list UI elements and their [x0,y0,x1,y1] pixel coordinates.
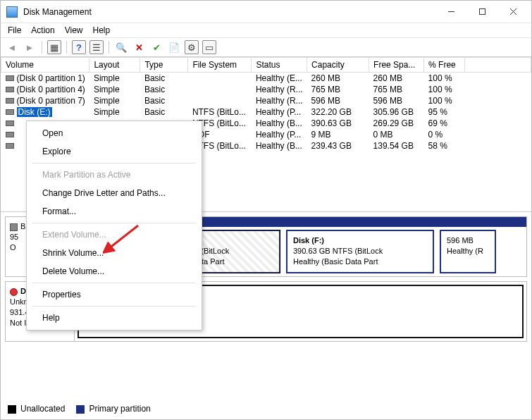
separator [32,306,196,307]
separator [32,283,196,283]
volume-icon [6,143,14,149]
volume-icon [6,75,14,81]
ctx-help[interactable]: Help [27,309,202,327]
help-button[interactable]: ? [72,40,86,54]
settings-button[interactable]: ⚙ [185,40,199,54]
ctx-properties[interactable]: Properties [27,285,202,304]
col-spacer [465,58,531,73]
ctx-change-drive-letter[interactable]: Change Drive Letter and Paths... [27,184,202,202]
ctx-shrink-volume[interactable]: Shrink Volume... [27,244,202,262]
refresh-button[interactable]: 🔍 [114,40,128,54]
legend-swatch-icon [76,405,85,414]
maximize-button[interactable] [466,1,497,23]
delete-button[interactable]: ✕ [132,40,146,54]
svg-rect-1 [479,9,485,15]
volume-icon [6,121,14,126]
col-freespace[interactable]: Free Spa... [369,58,424,73]
action-button[interactable]: ☰ [89,40,104,54]
close-button[interactable] [497,1,528,23]
list-button[interactable]: ▭ [202,40,216,54]
app-icon [6,6,18,18]
volume-icon [6,109,14,115]
partition[interactable]: Disk (F:)390.63 GB NTFS (BitLockHealthy … [286,230,434,273]
legend-primary: Primary partition [76,404,150,414]
menu-view[interactable]: View [65,25,83,35]
separator [32,223,196,223]
new-button[interactable]: 📄 [167,40,181,54]
view-button[interactable]: ▦ [47,40,61,54]
minimize-button[interactable] [435,1,466,23]
title-bar: Disk Management [1,1,531,23]
separator [42,41,42,54]
volume-icon [6,132,14,137]
col-filesystem[interactable]: File System [188,58,252,73]
menu-file[interactable]: File [8,25,21,35]
table-row[interactable]: (Disk 0 partition 7)SimpleBasicHealthy (… [1,95,531,106]
col-type[interactable]: Type [140,58,188,73]
separator [66,41,67,54]
menu-action[interactable]: Action [31,25,54,35]
ctx-delete-volume[interactable]: Delete Volume... [27,262,202,280]
partition[interactable]: 596 MBHealthy (R [440,230,496,273]
context-menu: Open Explore Mark Partition as Active Ch… [26,121,202,331]
legend-unallocated: Unallocated [8,404,65,414]
toolbar: ◄ ► ▦ ? ☰ 🔍 ✕ ✔ 📄 ⚙ ▭ [1,38,531,57]
check-button[interactable]: ✔ [149,40,163,54]
table-row[interactable]: (Disk 0 partition 4)SimpleBasicHealthy (… [1,84,531,95]
col-status[interactable]: Status [252,58,307,73]
table-row[interactable]: Disk (E:)SimpleBasicNTFS (BitLo...Health… [1,106,531,118]
legend: Unallocated Primary partition [8,404,151,414]
separator [32,163,196,163]
ctx-mark-active: Mark Partition as Active [27,166,202,184]
forward-button[interactable]: ► [23,40,37,54]
col-pctfree[interactable]: % Free [424,58,465,73]
col-capacity[interactable]: Capacity [307,58,369,73]
table-row[interactable]: (Disk 0 partition 1)SimpleBasicHealthy (… [1,73,531,85]
ctx-format[interactable]: Format... [27,202,202,221]
col-layout[interactable]: Layout [89,58,140,73]
menu-help[interactable]: Help [93,25,111,35]
separator [109,41,109,54]
window-title: Disk Management [23,7,435,17]
col-volume[interactable]: Volume [1,58,89,73]
back-button[interactable]: ◄ [5,40,19,54]
volume-icon [6,87,14,92]
menu-bar: File Action View Help [1,23,531,38]
ctx-open[interactable]: Open [27,124,202,142]
ctx-explore[interactable]: Explore [27,142,202,161]
volume-icon [6,98,14,104]
legend-swatch-icon [8,405,16,414]
ctx-extend-volume: Extend Volume... [27,226,202,244]
